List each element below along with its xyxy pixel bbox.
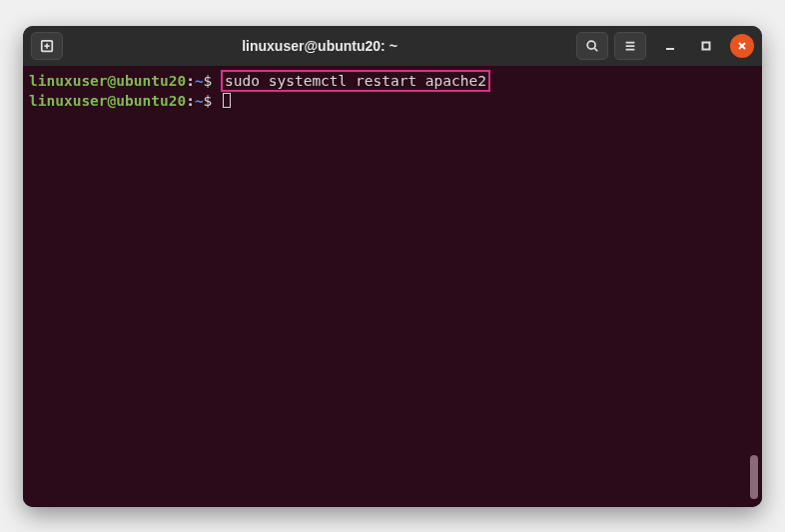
scrollbar-thumb[interactable] [750, 455, 758, 499]
search-button[interactable] [576, 32, 608, 60]
maximize-button[interactable] [694, 34, 718, 58]
minimize-button[interactable] [658, 34, 682, 58]
terminal-line: linuxuser@ubuntu20:~$ [29, 92, 756, 110]
close-button[interactable] [730, 34, 754, 58]
prompt-colon: : [186, 73, 195, 89]
titlebar: linuxuser@ubuntu20: ~ [23, 26, 762, 66]
cursor-icon [223, 93, 231, 108]
window-title: linuxuser@ubuntu20: ~ [69, 38, 570, 54]
prompt-colon: : [186, 93, 195, 109]
terminal-line: linuxuser@ubuntu20:~$ sudo systemctl res… [29, 70, 756, 92]
prompt-path: ~ [195, 73, 204, 89]
svg-line-4 [594, 48, 597, 51]
prompt-path: ~ [195, 93, 204, 109]
command-text: sudo systemctl restart apache2 [225, 73, 486, 89]
prompt-dollar: $ [204, 93, 213, 109]
highlighted-command: sudo systemctl restart apache2 [221, 70, 490, 92]
terminal-window: linuxuser@ubuntu20: ~ linuxuser@ubuntu20… [23, 26, 762, 507]
prompt-dollar: $ [204, 73, 213, 89]
svg-point-3 [587, 41, 595, 49]
new-tab-button[interactable] [31, 32, 63, 60]
prompt-user: linuxuser@ubuntu20 [29, 73, 186, 89]
terminal-body[interactable]: linuxuser@ubuntu20:~$ sudo systemctl res… [23, 66, 762, 507]
svg-rect-9 [703, 43, 710, 50]
prompt-user: linuxuser@ubuntu20 [29, 93, 186, 109]
menu-button[interactable] [614, 32, 646, 60]
